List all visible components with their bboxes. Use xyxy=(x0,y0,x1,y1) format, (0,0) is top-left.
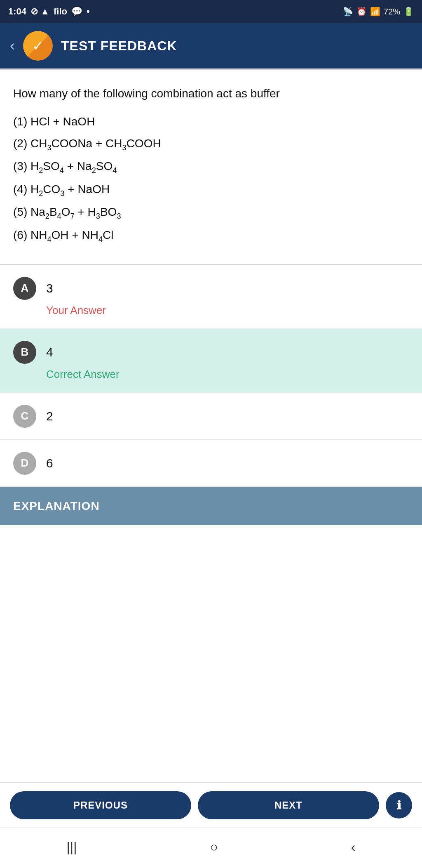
option-circle-a: A xyxy=(13,277,36,300)
bottom-nav: PREVIOUS NEXT ℹ xyxy=(0,782,422,828)
page-title: TEST FEEDBACK xyxy=(61,38,177,54)
option-circle-b: B xyxy=(13,341,36,364)
content-spacer xyxy=(0,525,422,782)
alarm-icon: ⏰ xyxy=(356,7,367,17)
option-6: (6) NH4OH + NH4Cl xyxy=(13,225,409,246)
question-area: How many of the following combination ac… xyxy=(0,70,422,264)
status-left: 1:04 ⊘ ▲ filo 💬 • xyxy=(8,6,90,17)
cast-icon: 📡 xyxy=(343,7,353,17)
wifi-icon: 📶 xyxy=(370,7,380,17)
status-bar: 1:04 ⊘ ▲ filo 💬 • 📡 ⏰ 📶 72% 🔋 xyxy=(0,0,422,23)
battery-percent: 72% xyxy=(384,7,400,17)
option-circle-d: D xyxy=(13,452,36,475)
answer-b-top: B 4 xyxy=(13,341,409,364)
question-text: How many of the following combination ac… xyxy=(13,85,409,103)
header: ‹ ✓ TEST FEEDBACK xyxy=(0,23,422,68)
next-button[interactable]: NEXT xyxy=(198,791,379,819)
option-2: (2) CH3COONa + CH3COOH xyxy=(13,133,409,154)
previous-button[interactable]: PREVIOUS xyxy=(10,791,191,819)
system-menu-button[interactable]: ||| xyxy=(57,836,87,858)
answer-b-value: 4 xyxy=(46,345,53,359)
explanation-section: EXPLANATION xyxy=(0,487,422,525)
answer-row-c: C 2 xyxy=(0,393,422,440)
app-logo: ✓ xyxy=(23,31,53,61)
status-dot: • xyxy=(87,6,90,17)
system-nav: ||| ○ ‹ xyxy=(0,828,422,868)
option-5: (5) Na2B4O7 + H3BO3 xyxy=(13,202,409,223)
status-icons: ⊘ ▲ xyxy=(30,6,49,17)
option-3: (3) H2SO4 + Na2SO4 xyxy=(13,156,409,177)
answer-row-d: D 6 xyxy=(0,440,422,487)
answer-row-b: B 4 Correct Answer xyxy=(0,329,422,393)
option-list: (1) HCl + NaOH (2) CH3COONa + CH3COOH (3… xyxy=(13,111,409,246)
option-circle-c: C xyxy=(13,405,36,428)
answer-d-value: 6 xyxy=(46,456,53,470)
system-home-button[interactable]: ○ xyxy=(200,836,227,858)
answer-a-value: 3 xyxy=(46,281,53,295)
back-button[interactable]: ‹ xyxy=(10,37,15,54)
explanation-title: EXPLANATION xyxy=(13,500,409,513)
battery-icon: 🔋 xyxy=(403,7,414,17)
status-time: 1:04 xyxy=(8,6,26,17)
option-1: (1) HCl + NaOH xyxy=(13,111,409,132)
checkmark-icon: ✓ xyxy=(32,38,44,54)
status-chat-icon: 💬 xyxy=(71,6,82,17)
answer-c-top: C 2 xyxy=(13,405,409,428)
answer-b-label: Correct Answer xyxy=(46,368,409,381)
answer-row-a: A 3 Your Answer xyxy=(0,265,422,329)
answers-section: A 3 Your Answer B 4 Correct Answer C 2 D… xyxy=(0,265,422,487)
answer-d-top: D 6 xyxy=(13,452,409,475)
option-4: (4) H2CO3 + NaOH xyxy=(13,179,409,200)
question-body: How many of the following combination ac… xyxy=(13,87,280,100)
answer-c-value: 2 xyxy=(46,409,53,423)
info-button[interactable]: ℹ xyxy=(386,792,412,818)
answer-a-top: A 3 xyxy=(13,277,409,300)
status-right: 📡 ⏰ 📶 72% 🔋 xyxy=(343,7,414,17)
status-app: filo xyxy=(54,6,67,17)
system-back-button[interactable]: ‹ xyxy=(341,836,366,858)
answer-a-label: Your Answer xyxy=(46,304,409,317)
